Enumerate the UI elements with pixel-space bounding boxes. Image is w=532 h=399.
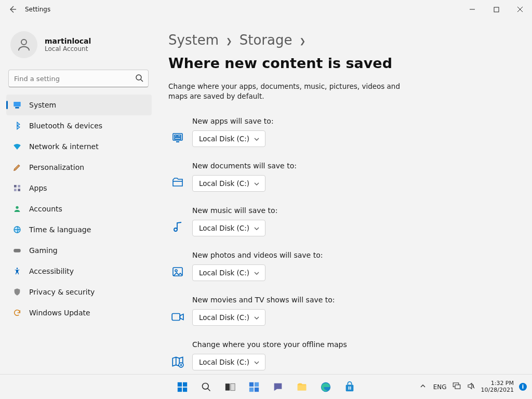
edge-icon xyxy=(320,381,331,393)
svg-rect-29 xyxy=(178,387,182,391)
apps-icon xyxy=(12,183,22,193)
chevron-down-icon xyxy=(254,180,260,189)
sidebar-item-label: Time & language xyxy=(29,225,91,234)
tray-overflow-button[interactable] xyxy=(418,381,428,393)
apps-location-dropdown[interactable]: Local Disk (C:) xyxy=(192,130,265,147)
chevron-down-icon xyxy=(254,314,260,323)
taskbar-center xyxy=(172,377,360,397)
svg-rect-10 xyxy=(18,185,20,188)
photos-save-icon xyxy=(168,264,187,278)
sidebar-item-privacy[interactable]: Privacy & security xyxy=(6,282,152,302)
dropdown-value: Local Disk (C:) xyxy=(199,135,249,143)
svg-rect-33 xyxy=(225,383,230,390)
back-button[interactable] xyxy=(0,5,25,14)
svg-rect-30 xyxy=(183,387,187,391)
documents-location-dropdown[interactable]: Local Disk (C:) xyxy=(192,175,265,192)
photos-location-dropdown[interactable]: Local Disk (C:) xyxy=(192,264,265,281)
chat-button[interactable] xyxy=(268,377,288,397)
svg-rect-7 xyxy=(14,102,21,107)
svg-rect-8 xyxy=(16,108,19,109)
content-pane: System ❯ Storage ❯ Where new content is … xyxy=(156,19,532,374)
sidebar-item-apps[interactable]: Apps xyxy=(6,178,152,198)
sidebar-item-update[interactable]: Windows Update xyxy=(6,302,152,323)
breadcrumb: System ❯ Storage ❯ Where new content is … xyxy=(168,32,516,71)
maps-save-icon xyxy=(168,354,187,368)
widgets-button[interactable] xyxy=(244,377,264,397)
accessibility-icon xyxy=(12,267,22,276)
sidebar-item-personalization[interactable]: Personalization xyxy=(6,157,152,178)
search-input[interactable] xyxy=(8,70,149,87)
svg-rect-15 xyxy=(14,249,21,252)
chat-icon xyxy=(272,381,284,393)
svg-rect-42 xyxy=(348,387,349,388)
wifi-icon xyxy=(12,142,22,151)
search-wrapper xyxy=(8,70,149,87)
minimize-icon xyxy=(469,6,475,12)
nav-list: System Bluetooth & devices Network & int… xyxy=(6,95,152,323)
store-button[interactable] xyxy=(339,377,360,397)
taskbar: ENG 1:32 PM 10/28/2021 i xyxy=(0,374,532,399)
update-icon xyxy=(12,308,22,317)
maximize-button[interactable] xyxy=(484,0,508,19)
setting-label: New music will save to: xyxy=(192,206,516,215)
sidebar-item-label: System xyxy=(29,101,56,109)
music-location-dropdown[interactable]: Local Disk (C:) xyxy=(192,220,265,236)
sidebar-item-accessibility[interactable]: Accessibility xyxy=(6,261,152,282)
bluetooth-icon xyxy=(12,121,22,130)
edge-button[interactable] xyxy=(315,377,336,397)
search-icon xyxy=(135,74,143,84)
task-view-button[interactable] xyxy=(220,377,241,397)
svg-rect-21 xyxy=(176,141,179,142)
task-view-icon xyxy=(225,383,235,391)
arrow-left-icon xyxy=(8,5,17,14)
svg-line-48 xyxy=(472,384,474,389)
close-icon xyxy=(517,6,523,12)
taskbar-search-button[interactable] xyxy=(196,377,217,397)
clock-time: 1:32 PM xyxy=(481,380,514,387)
chevron-down-icon xyxy=(254,270,260,278)
svg-line-6 xyxy=(141,79,143,82)
setting-label: New apps will save to: xyxy=(192,117,516,125)
dropdown-value: Local Disk (C:) xyxy=(199,179,249,188)
svg-rect-20 xyxy=(175,138,181,139)
sidebar-item-gaming[interactable]: Gaming xyxy=(6,240,152,261)
sidebar: martinlocal Local Account System Bluetoo… xyxy=(0,19,156,374)
svg-rect-1 xyxy=(494,7,499,12)
minimize-button[interactable] xyxy=(460,0,484,19)
folder-icon xyxy=(296,381,308,393)
sidebar-item-system[interactable]: System xyxy=(6,95,152,115)
volume-tray-icon[interactable] xyxy=(467,381,476,392)
sidebar-item-label: Accessibility xyxy=(29,267,74,275)
maps-location-dropdown[interactable]: Local Disk (C:) xyxy=(192,354,265,370)
svg-rect-41 xyxy=(346,384,354,391)
breadcrumb-system[interactable]: System xyxy=(168,32,219,48)
documents-save-icon xyxy=(168,175,187,189)
taskbar-clock[interactable]: 1:32 PM 10/28/2021 xyxy=(481,380,514,393)
globe-clock-icon xyxy=(12,225,22,234)
network-tray-icon[interactable] xyxy=(452,381,461,392)
window-controls xyxy=(460,0,532,19)
start-button[interactable] xyxy=(172,377,193,397)
person-icon xyxy=(16,37,32,52)
movies-save-icon xyxy=(168,309,187,324)
sidebar-item-time[interactable]: Time & language xyxy=(6,219,152,240)
profile-block[interactable]: martinlocal Local Account xyxy=(6,24,152,68)
notification-badge-icon[interactable]: i xyxy=(519,383,527,391)
sidebar-item-accounts[interactable]: Accounts xyxy=(6,198,152,219)
file-explorer-button[interactable] xyxy=(291,377,312,397)
svg-point-13 xyxy=(16,206,18,209)
svg-rect-19 xyxy=(178,135,181,137)
close-button[interactable] xyxy=(508,0,532,19)
dropdown-value: Local Disk (C:) xyxy=(199,313,249,322)
svg-point-31 xyxy=(203,383,209,389)
chevron-right-icon: ❯ xyxy=(226,37,232,45)
svg-rect-28 xyxy=(183,382,187,386)
movies-location-dropdown[interactable]: Local Disk (C:) xyxy=(192,309,265,326)
sidebar-item-network[interactable]: Network & internet xyxy=(6,136,152,157)
setting-offline-maps: Change where you store your offline maps… xyxy=(168,340,516,370)
sidebar-item-bluetooth[interactable]: Bluetooth & devices xyxy=(6,115,152,136)
breadcrumb-storage[interactable]: Storage xyxy=(240,32,292,48)
shield-icon xyxy=(12,287,22,297)
svg-rect-36 xyxy=(255,382,259,386)
language-indicator[interactable]: ENG xyxy=(433,383,447,391)
